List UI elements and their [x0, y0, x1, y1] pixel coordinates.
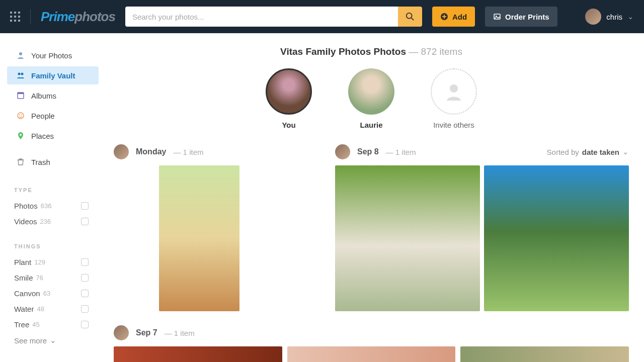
svg-point-16 — [21, 73, 24, 75]
svg-point-9 — [407, 13, 412, 19]
search-button[interactable] — [398, 7, 422, 27]
group-date: Monday — [136, 147, 166, 156]
invite-others[interactable]: Invite others — [424, 68, 484, 129]
checkbox[interactable] — [81, 305, 89, 313]
search-input[interactable] — [125, 7, 398, 27]
chevron-down-icon: ⌄ — [627, 12, 634, 21]
svg-rect-18 — [18, 93, 24, 94]
pin-icon — [16, 131, 25, 140]
add-button[interactable]: Add — [432, 7, 475, 27]
svg-point-20 — [19, 115, 20, 116]
svg-rect-7 — [14, 20, 16, 22]
filter-canyon[interactable]: Canvon63 — [0, 286, 106, 301]
svg-rect-0 — [10, 12, 12, 14]
group-count: — 1 item — [165, 329, 195, 337]
sort-dropdown[interactable]: Sorted by date taken⌄ — [547, 147, 629, 156]
svg-rect-8 — [18, 20, 20, 22]
checkbox[interactable] — [81, 290, 89, 297]
filter-water[interactable]: Water48 — [0, 301, 106, 317]
uploader-avatar — [335, 144, 350, 159]
photo-thumbnail[interactable] — [114, 346, 282, 362]
sidebar-item-family-vault[interactable]: Family Vault — [7, 66, 99, 84]
svg-point-21 — [21, 115, 22, 116]
photo-thumbnail[interactable] — [460, 346, 629, 362]
vault-title: Vitas Family Photos Photos — 872 items — [114, 46, 629, 57]
chevron-down-icon: ⌄ — [622, 147, 629, 156]
sidebar-item-places[interactable]: Places — [7, 127, 99, 145]
sidebar: Your Photos Family Vault Albums People P… — [0, 33, 106, 362]
filter-section-type: TYPE — [0, 173, 106, 198]
filter-plant[interactable]: Plant129 — [0, 254, 106, 270]
prints-icon — [493, 13, 501, 21]
checkbox[interactable] — [81, 321, 89, 328]
order-prints-button[interactable]: Order Prints — [485, 7, 557, 27]
albums-icon — [16, 91, 25, 100]
svg-rect-2 — [18, 12, 20, 14]
uploader-avatar — [114, 144, 129, 159]
svg-rect-3 — [10, 16, 12, 18]
photo-thumbnail[interactable] — [287, 346, 456, 362]
sidebar-item-people[interactable]: People — [7, 107, 99, 125]
header-divider — [30, 9, 31, 24]
logo[interactable]: Primephotos — [41, 9, 115, 25]
people-icon — [16, 111, 25, 120]
chevron-down-icon: ⌄ — [50, 336, 56, 345]
svg-point-19 — [18, 113, 24, 119]
member-laurie[interactable]: Laurie — [341, 68, 401, 129]
svg-rect-6 — [10, 20, 12, 22]
filter-photos[interactable]: Photos636 — [0, 198, 106, 214]
sidebar-item-label: Places — [31, 132, 54, 140]
member-avatar — [266, 68, 312, 115]
group-count: — 1 item — [386, 148, 416, 156]
filter-section-added-by: ADDED BY — [0, 348, 106, 362]
sidebar-item-albums[interactable]: Albums — [7, 86, 99, 105]
sidebar-item-label: Family Vault — [31, 71, 75, 80]
user-menu[interactable]: chris ⌄ — [585, 9, 634, 25]
svg-line-10 — [412, 18, 414, 21]
group-date: Sep 7 — [136, 328, 157, 337]
sidebar-item-your-photos[interactable]: Your Photos — [7, 46, 99, 64]
person-icon — [16, 51, 25, 60]
apps-grid-icon[interactable] — [10, 12, 20, 22]
plus-circle-icon — [440, 13, 448, 21]
sidebar-item-label: Albums — [31, 92, 56, 100]
member-avatar — [348, 68, 394, 115]
checkbox[interactable] — [81, 202, 89, 210]
group-count: — 1 item — [173, 148, 203, 156]
invite-icon — [431, 68, 477, 115]
svg-rect-4 — [14, 16, 16, 18]
sidebar-item-label: Trash — [31, 158, 50, 166]
svg-rect-1 — [14, 12, 16, 14]
checkbox[interactable] — [81, 274, 89, 282]
filter-tree[interactable]: Tree45 — [0, 317, 106, 332]
svg-point-15 — [18, 73, 21, 75]
svg-point-14 — [19, 52, 22, 55]
uploader-avatar — [114, 325, 129, 340]
sidebar-item-label: Your Photos — [31, 51, 72, 60]
family-icon — [16, 71, 25, 80]
user-avatar — [585, 9, 601, 25]
photo-thumbnail[interactable] — [159, 165, 239, 311]
member-you[interactable]: You — [259, 68, 319, 129]
sidebar-item-label: People — [31, 112, 55, 120]
filter-section-things: THINGS — [0, 229, 106, 254]
svg-point-22 — [20, 134, 22, 136]
see-more-things[interactable]: See more⌄ — [0, 332, 106, 348]
trash-icon — [16, 157, 25, 166]
photo-thumbnail[interactable] — [335, 165, 480, 311]
group-date: Sep 8 — [357, 147, 379, 156]
add-label: Add — [452, 13, 467, 21]
search-icon — [406, 12, 415, 21]
filter-videos[interactable]: Videos236 — [0, 214, 106, 229]
user-name: chris — [606, 13, 622, 21]
svg-point-23 — [450, 84, 458, 93]
main-content: Vitas Family Photos Photos — 872 items Y… — [106, 33, 644, 362]
checkbox[interactable] — [81, 258, 89, 266]
logo-photos: photos — [74, 9, 115, 24]
order-label: Order Prints — [505, 13, 549, 21]
photo-thumbnail[interactable] — [484, 165, 629, 311]
svg-rect-5 — [18, 16, 20, 18]
checkbox[interactable] — [81, 218, 89, 225]
sidebar-item-trash[interactable]: Trash — [7, 153, 99, 171]
filter-smile[interactable]: Smile76 — [0, 270, 106, 286]
